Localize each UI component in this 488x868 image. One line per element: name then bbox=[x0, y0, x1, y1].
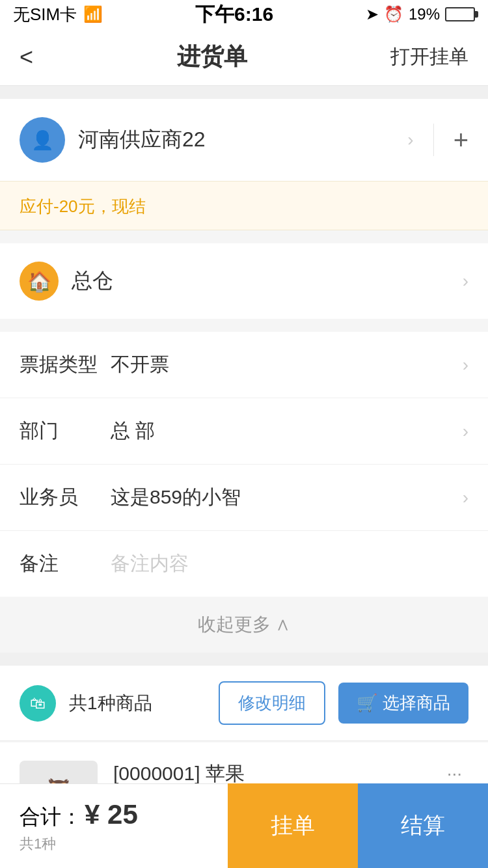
department-value: 总 部 bbox=[111, 418, 463, 444]
bottom-total: 合计： ¥ 25 共1种 bbox=[0, 783, 228, 868]
department-label: 部门 bbox=[20, 418, 98, 444]
product-more-button[interactable]: ··· bbox=[441, 761, 468, 787]
cart-icon: 🛒 bbox=[357, 693, 377, 713]
product-divider bbox=[0, 740, 488, 741]
top-divider bbox=[0, 86, 488, 99]
total-label: 合计： bbox=[20, 803, 82, 832]
total-amount: ¥ 25 bbox=[85, 799, 138, 830]
battery-percent: 19% bbox=[409, 5, 440, 23]
salesman-chevron-icon: › bbox=[463, 487, 468, 508]
supplier-row[interactable]: 👤 河南供应商22 › + bbox=[0, 99, 488, 181]
remarks-input[interactable]: 备注内容 bbox=[111, 550, 468, 577]
salesman-value: 这是859的小智 bbox=[111, 484, 463, 511]
department-chevron-icon: › bbox=[463, 421, 468, 442]
collapse-section[interactable]: 收起更多 ∧ bbox=[0, 597, 488, 653]
middle-divider bbox=[0, 653, 488, 666]
warehouse-icon: 🏠 bbox=[20, 262, 59, 301]
product-count: 共1种商品 bbox=[69, 691, 206, 716]
nav-bar: < 进货单 打开挂单 bbox=[0, 29, 488, 86]
location-icon: ➤ bbox=[366, 5, 379, 23]
ticket-type-row[interactable]: 票据类型 不开票 › bbox=[0, 332, 488, 398]
ticket-type-value: 不开票 bbox=[111, 351, 463, 378]
select-product-label: 选择商品 bbox=[383, 692, 450, 714]
time-label: 下午6:16 bbox=[195, 1, 273, 28]
collapse-label: 收起更多 ∧ bbox=[198, 612, 291, 637]
remarks-row[interactable]: 备注 备注内容 bbox=[0, 531, 488, 597]
wifi-icon: 📶 bbox=[83, 5, 103, 23]
warehouse-chevron-icon: › bbox=[463, 271, 468, 292]
supplier-section: 👤 河南供应商22 › + 应付-20元，现结 bbox=[0, 99, 488, 230]
shopping-bag-icon: 🛍 bbox=[30, 694, 46, 712]
salesman-label: 业务员 bbox=[20, 484, 98, 511]
product-header: 🛍 共1种商品 修改明细 🛒 选择商品 bbox=[0, 666, 488, 740]
supplier-actions: › + bbox=[407, 124, 468, 156]
warehouse-section: 🏠 总仓 › bbox=[0, 243, 488, 319]
status-bar: 无SIM卡 📶 下午6:16 ➤ ⏰ 19% bbox=[0, 0, 488, 29]
hang-button[interactable]: 挂单 bbox=[228, 783, 358, 868]
total-sub: 共1种 bbox=[20, 834, 208, 854]
warehouse-row[interactable]: 🏠 总仓 › bbox=[0, 243, 488, 319]
carrier-label: 无SIM卡 bbox=[13, 3, 77, 26]
department-row[interactable]: 部门 总 部 › bbox=[0, 398, 488, 465]
supplier-avatar: 👤 bbox=[20, 117, 65, 163]
edit-detail-button[interactable]: 修改明细 bbox=[219, 681, 325, 725]
add-button[interactable]: + bbox=[454, 126, 468, 155]
status-right: ➤ ⏰ 19% bbox=[366, 5, 475, 23]
bottom-bar: 合计： ¥ 25 共1种 挂单 结算 bbox=[0, 783, 488, 868]
vertical-divider bbox=[433, 124, 434, 156]
battery-icon bbox=[445, 7, 475, 21]
notice-banner: 应付-20元，现结 bbox=[0, 181, 488, 230]
supplier-name: 河南供应商22 bbox=[78, 126, 407, 154]
product-code: [0000001] bbox=[113, 763, 200, 784]
status-left: 无SIM卡 📶 bbox=[13, 3, 103, 26]
product-title: 苹果 bbox=[206, 763, 245, 784]
chevron-right-icon: › bbox=[407, 129, 413, 150]
notice-text: 应付-20元，现结 bbox=[20, 197, 146, 216]
product-icon: 🛍 bbox=[20, 685, 56, 722]
ticket-type-label: 票据类型 bbox=[20, 351, 98, 378]
salesman-row[interactable]: 业务员 这是859的小智 › bbox=[0, 465, 488, 531]
select-product-button[interactable]: 🛒 选择商品 bbox=[338, 683, 468, 724]
form-section: 票据类型 不开票 › 部门 总 部 › 业务员 这是859的小智 › 备注 备注… bbox=[0, 332, 488, 597]
ticket-chevron-icon: › bbox=[463, 355, 468, 375]
checkout-button[interactable]: 结算 bbox=[358, 783, 488, 868]
open-hang-button[interactable]: 打开挂单 bbox=[390, 44, 468, 70]
warehouse-name: 总仓 bbox=[72, 267, 463, 295]
alarm-icon: ⏰ bbox=[384, 5, 403, 23]
avatar-icon: 👤 bbox=[31, 129, 54, 151]
remarks-label: 备注 bbox=[20, 550, 98, 577]
back-button[interactable]: < bbox=[20, 44, 33, 71]
page-title: 进货单 bbox=[177, 41, 247, 73]
